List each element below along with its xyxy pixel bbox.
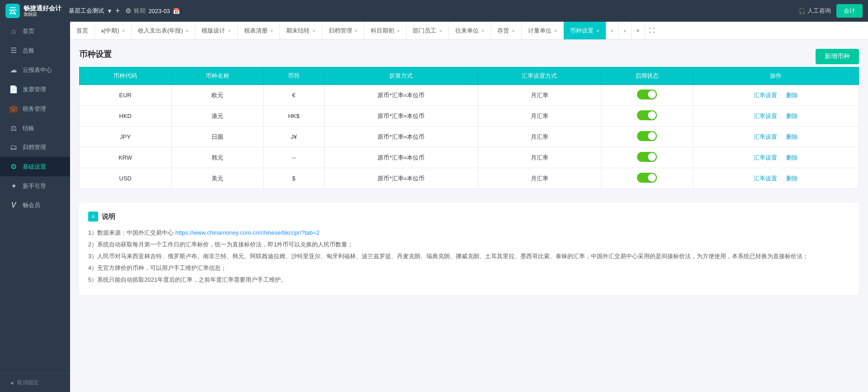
tab-period-close[interactable]: ×	[122, 28, 125, 33]
toggle-track	[637, 131, 657, 141]
delete-link-USD[interactable]: 删除	[786, 175, 798, 182]
archive-icon: 🗂	[9, 143, 18, 151]
cell-method: 原币*汇率=本位币	[324, 168, 478, 189]
sidebar-item-vip[interactable]: V 畅会员	[0, 196, 70, 215]
cell-code: EUR	[80, 85, 172, 106]
tab-subjects[interactable]: 科目期初 ×	[364, 22, 406, 40]
sidebar-label-invoice: 发票管理	[23, 85, 46, 94]
account-button[interactable]: 会计	[836, 4, 863, 18]
tab-archive-close[interactable]: ×	[355, 28, 358, 33]
support-button[interactable]: 🎧 人工咨询	[798, 7, 831, 15]
tab-dept-label: 部门员工	[413, 27, 436, 35]
tab-measure[interactable]: 计量单位 ×	[522, 22, 564, 40]
tab-bar: 首页 𝐬(中期) × 收入支出表(年报) × 模版设计 × 税表清册 ×	[70, 22, 868, 40]
tab-measure-close[interactable]: ×	[554, 28, 557, 33]
toggle-KRW[interactable]	[637, 152, 657, 162]
toggle-JPY[interactable]	[637, 131, 657, 141]
tab-template-close[interactable]: ×	[228, 28, 231, 33]
tab-home[interactable]: 首页	[70, 22, 95, 40]
delete-link-HKD[interactable]: 删除	[786, 113, 798, 119]
tab-subjects-close[interactable]: ×	[397, 28, 400, 33]
tab-dept-close[interactable]: ×	[439, 28, 442, 33]
cell-name: 欧元	[171, 85, 264, 106]
cell-code: HKD	[80, 106, 172, 127]
tab-next-button[interactable]: ›	[619, 22, 632, 40]
tab-period[interactable]: 𝐬(中期) ×	[95, 22, 132, 40]
cell-name: 韩元	[171, 147, 264, 168]
cell-status	[601, 168, 693, 189]
col-header-name: 币种名称	[171, 67, 264, 85]
sidebar-item-reports[interactable]: ☁ 云报表中心	[0, 60, 70, 80]
rate-setting-link-EUR[interactable]: 汇率设置	[754, 92, 777, 99]
cell-rate-type: 月汇率	[478, 127, 601, 147]
rate-setting-link-KRW[interactable]: 汇率设置	[754, 154, 777, 161]
period-value: 2023-03	[148, 8, 170, 14]
tab-taxclear-close[interactable]: ×	[270, 28, 273, 33]
tab-home-label: 首页	[76, 27, 88, 35]
rate-setting-link-JPY[interactable]: 汇率设置	[754, 133, 777, 140]
settings-icon[interactable]: ⚙	[123, 7, 134, 15]
tab-template[interactable]: 模版设计 ×	[195, 22, 237, 40]
tab-inventory-close[interactable]: ×	[512, 28, 514, 33]
sidebar-item-settle[interactable]: ⚖ 结账	[0, 118, 70, 138]
sidebar-label-basic: 基础设置	[23, 163, 46, 171]
toggle-HKD[interactable]	[637, 110, 657, 120]
tab-dept[interactable]: 部门员工 ×	[406, 22, 448, 40]
add-tab-button[interactable]: +	[113, 6, 123, 16]
cell-status	[601, 85, 693, 106]
sidebar-label-archive: 归档管理	[23, 143, 46, 151]
toggle-EUR[interactable]	[637, 90, 657, 99]
notes-link[interactable]: https://www.chinamoney.com.cn/chinese/bk…	[175, 229, 320, 236]
notes-item: 1）数据来源：中国外汇交易中心 https://www.chinamoney.c…	[88, 227, 850, 239]
col-header-status: 启用状态	[601, 67, 693, 85]
delete-link-JPY[interactable]: 删除	[786, 133, 798, 140]
toggle-USD[interactable]	[637, 173, 657, 183]
notes-title: ≡ 说明	[88, 212, 850, 222]
cell-code: USD	[80, 168, 172, 189]
tab-currency[interactable]: 币种设置 ×	[564, 22, 606, 40]
app-container: 云 畅捷通好会计 旗舰版 基层工会测试 ▼ + ⚙ 账期 2023-03 📅 🎧…	[0, 0, 868, 392]
vip-icon: V	[9, 201, 18, 209]
company-select[interactable]: 基层工会测试 ▼	[69, 7, 113, 15]
basic-icon: ⚙	[9, 162, 18, 171]
sidebar-label-guide: 新手引导	[23, 182, 46, 190]
calendar-icon[interactable]: 📅	[173, 8, 180, 14]
logo-text: 畅捷通好会计 旗舰版	[24, 5, 61, 18]
sidebar-item-home[interactable]: ⌂ 首页	[0, 22, 70, 41]
rate-setting-link-HKD[interactable]: 汇率设置	[754, 113, 777, 119]
tab-periodend[interactable]: 期末结转 ×	[280, 22, 322, 40]
tab-prev-button[interactable]: ‹	[606, 22, 619, 40]
tab-units-close[interactable]: ×	[481, 28, 484, 33]
sidebar-label-settle: 结账	[23, 124, 34, 132]
tab-units[interactable]: 往来单位 ×	[449, 22, 491, 40]
delete-link-KRW[interactable]: 删除	[786, 154, 798, 161]
sidebar-pin-button[interactable]: ◄ 取消固定	[0, 373, 70, 392]
tab-currency-close[interactable]: ×	[596, 28, 599, 33]
notes-item: 3）人民币对马来西亚林吉特、俄罗斯卢布、南非兰特、韩元、阿联酋迪拉姆、沙特里亚尔…	[88, 250, 850, 262]
tab-periodend-close[interactable]: ×	[312, 28, 315, 33]
cell-symbol: --	[264, 147, 325, 168]
sidebar-item-archive[interactable]: 🗂 归档管理	[0, 138, 70, 157]
cell-code: KRW	[80, 147, 172, 168]
new-currency-button[interactable]: 新增币种	[816, 49, 859, 64]
tab-taxclear[interactable]: 税表清册 ×	[238, 22, 280, 40]
notes-item: 2）系统自动获取每月第一个工作日的汇率标价，统一为直接标价法，即1外币可以兑换的…	[88, 239, 850, 250]
pin-label: 取消固定	[17, 379, 39, 387]
sidebar-item-basic[interactable]: ⚙ 基础设置	[0, 157, 70, 176]
sidebar-item-guide[interactable]: ✦ 新手引导	[0, 176, 70, 196]
tab-archive[interactable]: 归档管理 ×	[322, 22, 364, 40]
notes-list: 1）数据来源：中国外汇交易中心 https://www.chinamoney.c…	[88, 227, 850, 286]
delete-link-EUR[interactable]: 删除	[786, 92, 798, 99]
sidebar-item-tax[interactable]: 💼 税务管理	[0, 99, 70, 118]
tab-close-all-button[interactable]: ×	[632, 22, 645, 40]
tab-maximize-button[interactable]: ⛶	[645, 22, 659, 40]
sidebar-item-ledger[interactable]: ☰ 总账	[0, 41, 70, 60]
tab-income-close[interactable]: ×	[186, 28, 189, 33]
tab-inventory[interactable]: 存货 ×	[491, 22, 521, 40]
tab-income[interactable]: 收入支出表(年报) ×	[132, 22, 195, 40]
cell-code: JPY	[80, 127, 172, 147]
sidebar-item-invoice[interactable]: 📄 发票管理	[0, 80, 70, 99]
tab-period-label: 𝐬(中期)	[101, 27, 119, 35]
cell-name: 日圆	[171, 127, 264, 147]
rate-setting-link-USD[interactable]: 汇率设置	[754, 175, 777, 182]
